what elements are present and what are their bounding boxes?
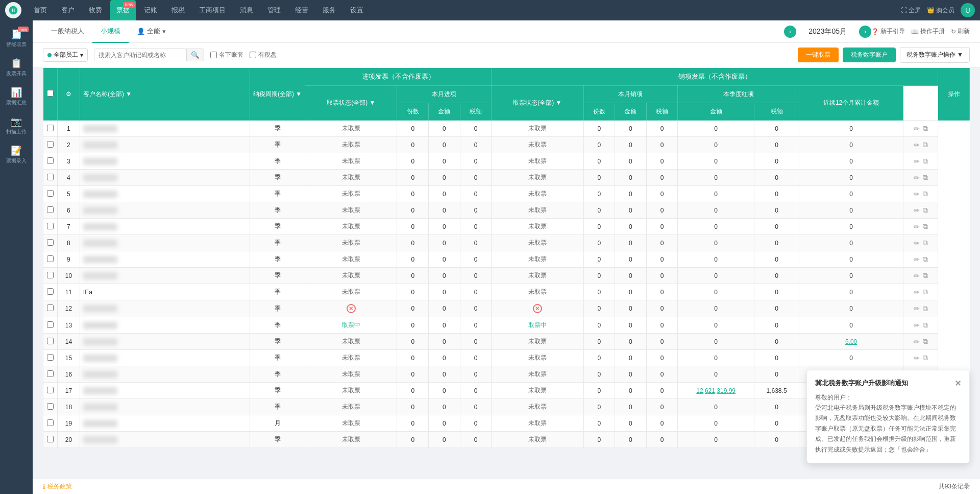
edit-btn[interactable]: ✏ [914,338,920,346]
edit-btn[interactable]: ✏ [914,157,920,166]
copy-btn[interactable]: ⧉ [923,190,928,198]
copy-btn[interactable]: ⧉ [923,337,928,346]
th-tax-period[interactable]: 纳税周期(全部) ▼ [250,68,305,121]
period-next-btn[interactable]: › [859,26,871,38]
edit-btn[interactable]: ✏ [914,125,920,133]
copy-btn[interactable]: ⧉ [923,354,928,362]
row-checkbox[interactable] [47,157,54,164]
row-checkbox[interactable] [47,419,54,426]
nav-customer[interactable]: 客户 [55,0,81,20]
edit-btn[interactable]: ✏ [914,174,920,182]
th-settings[interactable]: ⚙ [58,68,80,121]
edit-btn[interactable]: ✏ [914,304,920,313]
edit-btn[interactable]: ✏ [914,321,920,330]
edit-btn[interactable]: ✏ [914,354,920,362]
notification-close-btn[interactable]: ✕ [954,379,961,388]
tab-all-capable[interactable]: 👤 全能 ▾ [129,20,174,43]
has-tax-checkbox[interactable] [250,52,256,58]
tax-digital-account-btn[interactable]: 税务数字账户 [843,48,896,62]
copy-btn[interactable]: ⧉ [923,288,928,296]
row-checkbox[interactable] [47,321,54,328]
edit-btn[interactable]: ✏ [914,272,920,280]
edit-btn[interactable]: ✏ [914,239,920,247]
row-checkbox[interactable] [47,304,54,311]
row-checkbox[interactable] [47,174,54,180]
user-avatar[interactable]: U [961,3,975,17]
row-checkbox[interactable] [47,370,54,377]
th-out-status[interactable]: 取票状态(全部) ▼ [492,86,583,121]
edit-btn[interactable]: ✏ [914,255,920,264]
nav-accounting[interactable]: 记账 [138,0,163,20]
edit-btn[interactable]: ✏ [914,206,920,215]
nav-operation[interactable]: 经营 [289,0,314,20]
copy-btn[interactable]: ⧉ [923,255,928,264]
row-checkbox[interactable] [47,223,54,229]
sidebar-item-scan-upload[interactable]: 📷 扫描上传 [2,112,31,139]
refresh-btn[interactable]: ↻ 刷新 [951,27,970,36]
nav-fee[interactable]: 收费 [83,0,108,20]
edit-btn[interactable]: ✏ [914,288,920,296]
copy-btn[interactable]: ⧉ [923,206,928,215]
tax-digital-account-ops-btn[interactable]: 税务数字账户操作 ▼ [900,47,970,63]
row-checkbox[interactable] [47,206,54,213]
search-button[interactable]: 🔍 [186,49,204,61]
row-checkbox[interactable] [47,272,54,278]
employee-selector[interactable]: 全部员工 ▾ [43,48,88,62]
copy-btn[interactable]: ⧉ [923,157,928,166]
nav-service[interactable]: 服务 [316,0,342,20]
period-prev-btn[interactable]: ‹ [784,26,796,38]
row-checkbox[interactable] [47,436,54,442]
th-customer-name[interactable]: 客户名称(全部) ▼ [80,68,250,121]
row-checkbox[interactable] [47,403,54,410]
row-checkbox[interactable] [47,239,54,246]
copy-btn[interactable]: ⧉ [923,271,928,280]
select-all-checkbox[interactable] [47,90,54,97]
edit-btn[interactable]: ✏ [914,190,920,198]
row-checkbox[interactable] [47,288,54,295]
copy-btn[interactable]: ⧉ [923,222,928,231]
row-checkbox[interactable] [47,354,54,361]
in-status-cell: 未取票 [305,121,397,137]
actions-cell: ✏ ⧉ [903,235,938,251]
copy-btn[interactable]: ⧉ [923,239,928,247]
nav-home[interactable]: 首页 [28,0,53,20]
nav-message[interactable]: 消息 [234,0,259,20]
check-account-checkbox[interactable] [210,52,217,58]
copy-btn[interactable]: ⧉ [923,321,928,330]
sidebar-item-entry[interactable]: 📝 票据录入 [2,141,31,168]
cumulative-value[interactable]: 5.00 [845,338,857,345]
row-checkbox[interactable] [47,125,54,131]
member-btn[interactable]: 👑 购会员 [927,6,954,15]
one-click-ticket-btn[interactable]: 一键取票 [798,48,839,62]
sidebar-item-smart-ticket[interactable]: 🧾 智能取票 new [2,25,31,52]
row-checkbox[interactable] [47,141,54,148]
sidebar-item-invoice-open[interactable]: 📋 发票开具 [2,54,31,81]
copy-btn[interactable]: ⧉ [923,304,928,313]
nav-invoice[interactable]: 票据 new [110,0,136,20]
row-checkbox[interactable] [47,338,54,344]
search-input[interactable] [94,50,186,61]
guide-btn[interactable]: ❓ 新手引导 [871,27,905,36]
row-checkbox[interactable] [47,255,54,262]
edit-btn[interactable]: ✏ [914,223,920,231]
tab-small-scale[interactable]: 小规模 [92,20,129,43]
row-checkbox[interactable] [47,387,54,393]
nav-settings[interactable]: 设置 [344,0,370,20]
check-account-label[interactable]: 名下账套 [210,51,243,59]
manual-btn[interactable]: 📖 操作手册 [911,27,945,36]
row-checkbox[interactable] [47,190,54,197]
sidebar-item-summary[interactable]: 📊 票据汇总 [2,83,31,110]
fullscreen-btn[interactable]: ⛶ 全屏 [901,6,921,15]
edit-btn[interactable]: ✏ [914,141,920,149]
has-tax-label[interactable]: 有税盘 [250,51,277,59]
tax-policy-link[interactable]: ℹ 税务政策 [43,482,72,491]
nav-tax[interactable]: 报税 [165,0,191,20]
copy-btn[interactable]: ⧉ [923,173,928,182]
copy-btn[interactable]: ⧉ [923,140,928,149]
tab-general-taxpayer[interactable]: 一般纳税人 [43,20,92,43]
copy-btn[interactable]: ⧉ [923,124,928,133]
nav-business[interactable]: 工商项目 [193,0,232,20]
th-in-status[interactable]: 取票状态(全部) ▼ [305,86,397,121]
red-amount-value[interactable]: 12,621,319.99 [696,387,736,394]
nav-manage[interactable]: 管理 [261,0,287,20]
